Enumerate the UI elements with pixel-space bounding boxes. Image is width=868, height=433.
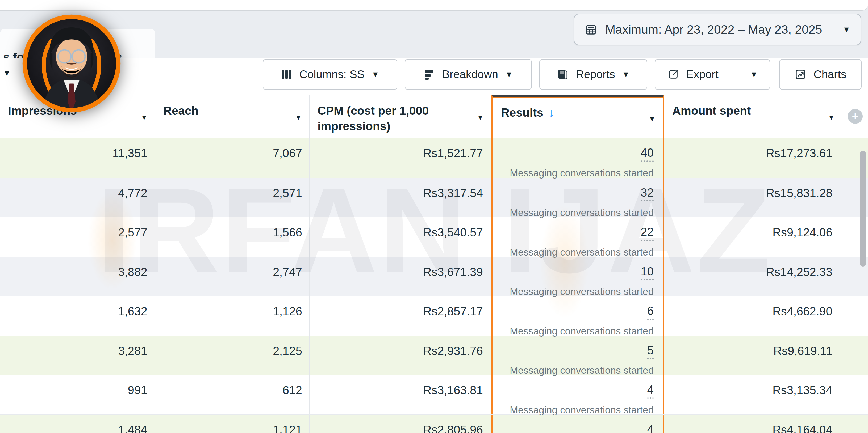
- column-header-label: Results: [501, 105, 543, 120]
- columns-icon: [281, 69, 292, 80]
- reach-cell: 1,121: [155, 415, 310, 433]
- impressions-cell: 1,632: [0, 296, 155, 335]
- amount-spent-cell: Rs14,252.33: [664, 257, 842, 296]
- breakdown-button[interactable]: Breakdown: [405, 59, 532, 90]
- results-cell[interactable]: 5 Messaging conversations started: [491, 336, 664, 375]
- amount-spent-cell: Rs4,164.04: [664, 415, 842, 433]
- cpm-cell: Rs2,805.96: [310, 415, 491, 433]
- results-cell[interactable]: 6 Messaging conversations started: [491, 296, 664, 335]
- caret-down-icon[interactable]: [828, 113, 835, 123]
- breakdown-button-label: Breakdown: [442, 68, 498, 81]
- table-row[interactable]: 991 612 Rs3,163.81 4 Messaging conversat…: [0, 375, 868, 414]
- caret-down-icon: [750, 70, 758, 78]
- results-value[interactable]: 22: [641, 225, 654, 241]
- caret-down-icon[interactable]: [3, 68, 11, 78]
- cpm-cell: Rs3,317.54: [310, 178, 491, 217]
- amount-spent-cell: Rs17,273.61: [664, 138, 842, 178]
- export-button[interactable]: Export: [655, 59, 770, 90]
- column-header-cpm[interactable]: CPM (cost per 1,000 impressions): [310, 95, 491, 138]
- amount-spent-cell: Rs9,124.06: [664, 217, 842, 257]
- export-button-label: Export: [686, 68, 718, 81]
- column-header-amount-spent[interactable]: Amount spent: [664, 95, 842, 138]
- caret-down-icon: [842, 26, 850, 33]
- results-value[interactable]: 10: [641, 265, 654, 280]
- results-cell[interactable]: 4 Messaging conversations started: [491, 415, 664, 433]
- table-header-row: Impressions Reach CPM (cost per 1,000 im…: [0, 95, 868, 138]
- table-row[interactable]: 1,632 1,126 Rs2,857.17 6 Messaging conve…: [0, 296, 868, 335]
- impressions-cell: 991: [0, 375, 155, 414]
- charts-icon: [794, 68, 807, 80]
- reach-cell: 2,125: [155, 336, 310, 375]
- export-button-main[interactable]: Export: [655, 60, 731, 89]
- table-row[interactable]: 3,882 2,747 Rs3,671.39 10 Messaging conv…: [0, 257, 868, 296]
- results-type-label: Messaging conversations started: [510, 365, 654, 376]
- breakdown-icon: [424, 69, 435, 80]
- caret-down-icon[interactable]: [141, 113, 148, 123]
- results-value[interactable]: 4: [647, 423, 654, 433]
- charts-button-label: Charts: [813, 68, 846, 81]
- table-row[interactable]: 4,772 2,571 Rs3,317.54 32 Messaging conv…: [0, 178, 868, 217]
- results-type-label: Messaging conversations started: [510, 405, 654, 416]
- empty-cell: [842, 415, 868, 433]
- results-type-label: Messaging conversations started: [510, 247, 654, 258]
- caret-down-icon[interactable]: [648, 114, 656, 124]
- charts-button[interactable]: Charts: [779, 59, 862, 90]
- add-column-icon: +: [848, 109, 863, 124]
- reach-cell: 2,747: [155, 257, 310, 296]
- sort-descending-icon[interactable]: ↓: [548, 105, 554, 121]
- cpm-cell: Rs2,931.76: [310, 336, 491, 375]
- results-type-label: Messaging conversations started: [510, 326, 654, 337]
- reach-cell: 612: [155, 375, 310, 414]
- results-cell[interactable]: 4 Messaging conversations started: [491, 375, 664, 414]
- results-cell[interactable]: 32 Messaging conversations started: [491, 178, 664, 217]
- columns-button-label: Columns: SS: [300, 68, 365, 81]
- reach-cell: 7,067: [155, 138, 310, 178]
- impressions-cell: 2,577: [0, 217, 155, 257]
- empty-cell: [842, 375, 868, 414]
- date-range-label: Maximum: Apr 23, 2022 – May 23, 2025: [605, 22, 822, 37]
- table-body: 11,351 7,067 Rs1,521.77 40 Messaging con…: [0, 138, 868, 433]
- column-header-label: CPM (cost per 1,000 impressions): [317, 104, 429, 133]
- date-range-dropdown[interactable]: Maximum: Apr 23, 2022 – May 23, 2025: [574, 14, 861, 45]
- caret-down-icon[interactable]: [476, 113, 484, 123]
- impressions-cell: 3,882: [0, 257, 155, 296]
- caret-down-icon[interactable]: [294, 113, 302, 123]
- results-type-label: Messaging conversations started: [510, 168, 654, 179]
- calendar-icon: [585, 23, 597, 36]
- results-value[interactable]: 40: [641, 146, 654, 162]
- amount-spent-cell: Rs15,831.28: [664, 178, 842, 217]
- column-header-results[interactable]: Results ↓: [491, 95, 664, 138]
- results-value[interactable]: 32: [641, 186, 654, 202]
- column-header-reach[interactable]: Reach: [155, 95, 310, 138]
- amount-spent-cell: Rs3,135.34: [664, 375, 842, 414]
- results-cell[interactable]: 40 Messaging conversations started: [491, 138, 664, 178]
- impressions-cell: 1,484: [0, 415, 155, 433]
- reach-cell: 1,566: [155, 217, 310, 257]
- results-value[interactable]: 5: [647, 344, 654, 359]
- reports-button-label: Reports: [576, 68, 615, 81]
- table-row[interactable]: 2,577 1,566 Rs3,540.57 22 Messaging conv…: [0, 217, 868, 257]
- caret-down-icon: [505, 70, 513, 78]
- table-row[interactable]: 3,281 2,125 Rs2,931.76 5 Messaging conve…: [0, 335, 868, 375]
- amount-spent-cell: Rs4,662.90: [664, 296, 842, 335]
- cpm-cell: Rs2,857.17: [310, 296, 491, 335]
- export-options-caret[interactable]: [738, 60, 770, 89]
- add-column-button[interactable]: +: [842, 95, 868, 138]
- vertical-scrollbar[interactable]: [860, 151, 866, 267]
- table-row[interactable]: 1,484 1,121 Rs2,805.96 4 Messaging conve…: [0, 414, 868, 433]
- cpm-cell: Rs3,163.81: [310, 375, 491, 414]
- columns-button[interactable]: Columns: SS: [263, 59, 397, 90]
- impressions-cell: 4,772: [0, 178, 155, 217]
- ads-manager-screen: s for s Maximum: Apr 23, 2022 – May 23, …: [0, 0, 868, 433]
- results-cell[interactable]: 10 Messaging conversations started: [491, 257, 664, 296]
- table-row[interactable]: 11,351 7,067 Rs1,521.77 40 Messaging con…: [0, 138, 868, 178]
- top-strip: [0, 0, 868, 11]
- avatar: [21, 13, 122, 114]
- results-cell[interactable]: 22 Messaging conversations started: [491, 217, 664, 257]
- impressions-cell: 11,351: [0, 138, 155, 178]
- results-value[interactable]: 6: [647, 304, 654, 320]
- results-value[interactable]: 4: [647, 383, 654, 399]
- reports-button[interactable]: Reports: [539, 59, 647, 90]
- cpm-cell: Rs3,540.57: [310, 217, 491, 257]
- results-type-label: Messaging conversations started: [510, 207, 654, 219]
